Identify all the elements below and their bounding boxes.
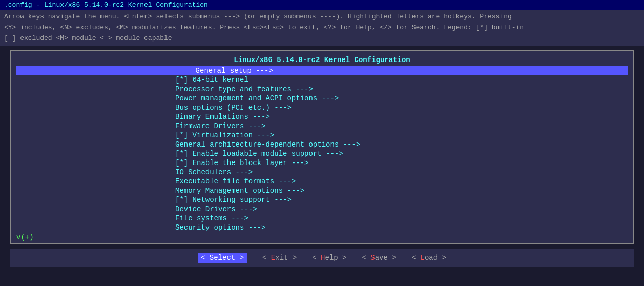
bottom-button-3[interactable]: < Save > bbox=[362, 254, 397, 262]
menu-item[interactable]: Executable file formats ---> bbox=[16, 177, 628, 186]
bottom-button-2[interactable]: < Help > bbox=[312, 254, 346, 262]
menu-item[interactable]: [*] Enable the block layer ---> bbox=[16, 158, 628, 168]
menu-item[interactable]: IO Schedulers ---> bbox=[16, 168, 628, 177]
menu-item[interactable]: [*] Enable loadable module support ---> bbox=[16, 149, 628, 158]
info-line1: Arrow keys navigate the menu. <Enter> se… bbox=[4, 12, 640, 23]
menu-item[interactable]: Bus options (PCI etc.) ---> bbox=[16, 103, 628, 112]
menu-item[interactable]: Security options ---> bbox=[16, 223, 628, 232]
bottom-button-4[interactable]: < Load > bbox=[412, 254, 446, 262]
info-line2: <Y> includes, <N> excludes, <M> modulari… bbox=[4, 23, 640, 33]
menu-item[interactable]: General architecture-dependent options -… bbox=[16, 140, 628, 149]
bottom-button-bar: < Select >< Exit >< Help >< Save >< Load… bbox=[10, 249, 634, 267]
window-title-bar: .config - Linux/x86 5.14.0-rc2 Kernel Co… bbox=[0, 0, 644, 10]
menu-item[interactable]: Firmware Drivers ---> bbox=[16, 121, 628, 131]
menu-item[interactable]: File systems ---> bbox=[16, 214, 628, 223]
menu-item[interactable]: Processor type and features ---> bbox=[16, 85, 628, 94]
menu-item[interactable]: Memory Management options ---> bbox=[16, 186, 628, 195]
v-indicator: v(+) bbox=[16, 232, 628, 242]
bottom-button-1[interactable]: < Exit > bbox=[262, 254, 297, 262]
main-menu-area: Linux/x86 5.14.0-rc2 Kernel Configuratio… bbox=[10, 50, 634, 244]
menu-item[interactable]: [*] 64-bit kernel bbox=[16, 75, 628, 85]
menu-item[interactable]: Binary Emulations ---> bbox=[16, 112, 628, 121]
menu-title: Linux/x86 5.14.0-rc2 Kernel Configuratio… bbox=[234, 56, 410, 64]
menu-item[interactable]: [*] Virtualization ---> bbox=[16, 131, 628, 140]
bottom-button-0[interactable]: < Select > bbox=[198, 253, 247, 263]
menu-container: General setup --->[*] 64-bit kernel Proc… bbox=[16, 66, 628, 232]
menu-item[interactable]: General setup ---> bbox=[16, 66, 628, 75]
menu-item[interactable]: [*] Networking support ---> bbox=[16, 195, 628, 205]
info-line3: [ ] excluded <M> module < > module capab… bbox=[4, 33, 640, 44]
menu-item[interactable]: Power management and ACPI options ---> bbox=[16, 94, 628, 103]
info-bar: Arrow keys navigate the menu. <Enter> se… bbox=[0, 10, 644, 46]
window-title-text: .config - Linux/x86 5.14.0-rc2 Kernel Co… bbox=[4, 1, 208, 9]
menu-item[interactable]: Device Drivers ---> bbox=[16, 205, 628, 214]
